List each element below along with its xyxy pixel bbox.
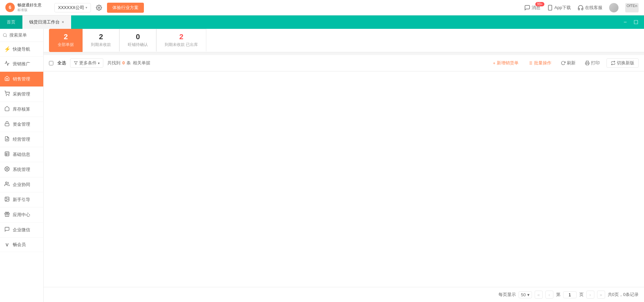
app-download-label: App下载 [554, 5, 571, 11]
wechat-icon [4, 227, 10, 233]
found-prefix: 共找到 [107, 60, 120, 65]
online-service-label: 在线客服 [585, 5, 602, 11]
stat-tab-overdue-stock[interactable]: 2 到期未收款 已出库 [156, 29, 206, 52]
sidebar-item-basic-info[interactable]: 基础信息 [0, 147, 43, 162]
next-page-button[interactable]: › [586, 291, 594, 299]
svg-line-6 [6, 36, 7, 37]
page-label-end: 页 [579, 292, 584, 298]
filter-button[interactable]: 更多条件 ▾ [70, 58, 103, 68]
svg-rect-4 [634, 20, 638, 24]
sidebar-item-label: 采购管理 [13, 91, 30, 97]
sidebar: 搜索菜单 ⚡ 快捷导航 营销推广 销售管理 [0, 29, 44, 302]
svg-point-5 [3, 34, 6, 37]
stat-tab-overdue[interactable]: 2 到期未收款 [83, 29, 119, 52]
trial-button[interactable]: 体验行业方案 [107, 3, 144, 13]
prev-page-button[interactable]: ‹ [545, 291, 553, 299]
sidebar-item-operations[interactable]: 经营管理 [0, 132, 43, 147]
company-selector[interactable]: XXXXXX公司 ▾ [54, 3, 91, 12]
inventory-icon [4, 106, 10, 113]
batch-operation-button[interactable]: 批量操作 [525, 59, 554, 67]
sidebar-search[interactable]: 搜索菜单 [0, 29, 43, 42]
new-sale-button[interactable]: + 新增销货单 [490, 59, 521, 67]
stat-num-all: 2 [64, 33, 68, 41]
logo-text-area: 畅捷通好生意 标准版 [17, 3, 42, 12]
sidebar-item-app-center[interactable]: 应用中心 [0, 207, 43, 223]
batch-label: 批量操作 [534, 60, 551, 66]
messages-badge: 99+ [535, 2, 544, 6]
sidebar-item-enterprise[interactable]: 企业协同 [0, 177, 43, 192]
online-service-button[interactable]: 在线客服 [578, 5, 602, 11]
stat-label-wangpu: 旺铺待确认 [128, 42, 148, 48]
tab-home[interactable]: 首页 [0, 15, 22, 29]
select-all-checkbox[interactable] [49, 61, 53, 65]
sidebar-item-member[interactable]: V 畅会员 [0, 238, 43, 252]
sidebar-item-wechat[interactable]: 企业微信 [0, 223, 43, 238]
stat-tab-all[interactable]: 2 全部单据 [49, 29, 83, 52]
stat-label-overdue-stock: 到期未收款 已出库 [165, 42, 198, 48]
app-download-button[interactable]: App下载 [547, 5, 571, 11]
svg-rect-1 [548, 5, 552, 10]
operations-icon [4, 136, 10, 143]
tab-qianhuoriqing[interactable]: 钱货日清工作台 × [22, 15, 71, 29]
logo-icon: 6 [5, 3, 15, 12]
found-unit: 条 [126, 60, 131, 65]
stat-label-overdue: 到期未收款 [91, 42, 111, 48]
sidebar-item-finance[interactable]: 资金管理 [0, 117, 43, 132]
page-size-selector[interactable]: 50 ▾ [519, 291, 532, 298]
pagination: 每页显示 50 ▾ « ‹ 第 页 › » 共0页，0条记录 [44, 287, 644, 302]
last-page-button[interactable]: » [597, 291, 605, 299]
page-number-input[interactable] [563, 291, 577, 298]
stat-num-overdue-stock: 2 [179, 33, 183, 41]
print-button[interactable]: 打印 [582, 59, 602, 67]
home-tab-label: 首页 [7, 19, 15, 25]
sidebar-item-purchase[interactable]: 采购管理 [0, 87, 43, 102]
refresh-label: 刷新 [567, 60, 576, 66]
page-size-label: 每页显示 [498, 292, 516, 298]
svg-rect-12 [5, 152, 9, 156]
sidebar-item-label: 新手引导 [13, 197, 30, 203]
page-size-value: 50 [521, 292, 526, 297]
messages-button[interactable]: 消息 99+ [524, 5, 540, 11]
stat-tab-wangpu[interactable]: 0 旺铺待确认 [119, 29, 156, 52]
sidebar-item-sales[interactable]: 销售管理 [0, 72, 43, 87]
print-label: 打印 [591, 60, 600, 66]
first-page-button[interactable]: « [535, 291, 543, 299]
sidebar-item-guide[interactable]: 新手引导 [0, 192, 43, 207]
stat-num-overdue: 2 [99, 33, 103, 41]
svg-point-8 [9, 95, 9, 96]
sidebar-item-inventory[interactable]: 库存核算 [0, 102, 43, 117]
chevron-down-icon: ▾ [86, 6, 87, 9]
avatar[interactable] [609, 3, 619, 12]
tab-maximize-button[interactable] [632, 18, 640, 26]
svg-point-16 [6, 168, 8, 170]
filter-label: 更多条件 [79, 60, 97, 66]
svg-rect-29 [586, 63, 589, 65]
sidebar-item-system[interactable]: 系统管理 [0, 162, 43, 177]
switch-version-button[interactable]: 切换新版 [606, 58, 639, 68]
tab-bar-actions [617, 15, 644, 29]
sidebar-item-quick-nav[interactable]: ⚡ 快捷导航 [0, 42, 43, 57]
sidebar-item-label: 资金管理 [13, 121, 30, 127]
sidebar-item-label: 系统管理 [13, 167, 30, 173]
content-area: 2 全部单据 2 到期未收款 0 旺铺待确认 2 到期未收款 已出库 全选 [44, 29, 644, 302]
tab-close-icon[interactable]: × [62, 20, 64, 24]
sidebar-item-label: 库存核算 [13, 106, 30, 112]
tab-minimize-button[interactable] [621, 18, 629, 26]
app-sub: 标准版 [17, 8, 42, 12]
refresh-button[interactable]: 刷新 [558, 59, 578, 67]
svg-point-7 [6, 95, 6, 96]
settings-button[interactable] [94, 2, 104, 13]
sidebar-search-label: 搜索菜单 [9, 32, 27, 38]
guide-icon [4, 196, 10, 203]
select-all-label: 全选 [57, 60, 66, 66]
sidebar-item-label: 企业微信 [13, 227, 30, 233]
stat-label-all: 全部单据 [58, 42, 74, 48]
sales-icon [4, 76, 10, 82]
page-size-chevron-icon: ▾ [527, 292, 530, 297]
main-layout: 搜索菜单 ⚡ 快捷导航 营销推广 销售管理 [0, 29, 644, 302]
system-icon [4, 166, 10, 173]
sidebar-item-marketing[interactable]: 营销推广 [0, 57, 43, 72]
username-text: OfTEn [625, 3, 639, 8]
stat-num-wangpu: 0 [136, 33, 140, 41]
marketing-icon [4, 61, 10, 67]
